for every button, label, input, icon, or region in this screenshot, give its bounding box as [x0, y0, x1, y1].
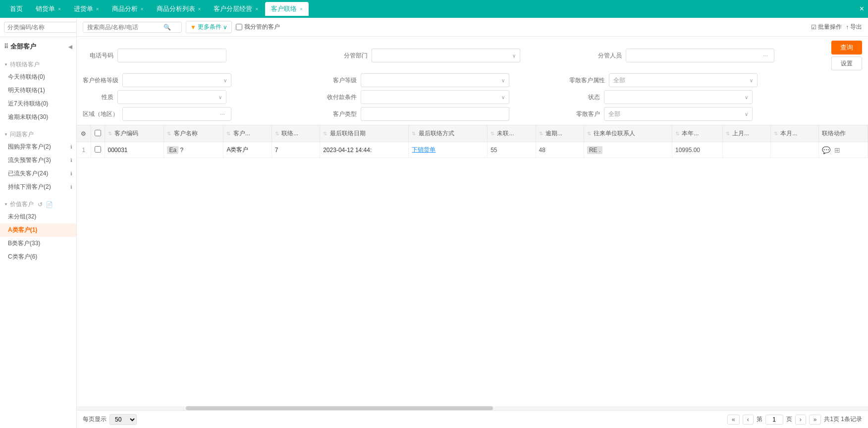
- sort-icon6[interactable]: ⇅: [412, 131, 416, 136]
- nav-tab-product-list-close[interactable]: ×: [198, 6, 201, 12]
- export-button[interactable]: ↑ 导出: [846, 23, 862, 31]
- horizontal-scrollbar-thumb[interactable]: [186, 406, 493, 410]
- sidebar-item-ungrouped[interactable]: 未分组(32): [0, 210, 76, 223]
- row-checkbox[interactable]: [95, 146, 101, 153]
- nav-tab-customer-layer-close[interactable]: ×: [255, 6, 258, 12]
- settings-icon[interactable]: ⚙: [81, 130, 86, 137]
- area-dots-icon[interactable]: ···: [218, 110, 227, 117]
- sidebar-item-week-contact[interactable]: 近7天待联络(0): [0, 97, 76, 110]
- col-customer-name: ⇅ 客户名称: [164, 125, 223, 142]
- contact-person-badge: RE .: [587, 146, 602, 154]
- nav-tab-customer-contact-close[interactable]: ×: [300, 6, 303, 12]
- horizontal-scrollbar[interactable]: [77, 406, 868, 410]
- payment-select[interactable]: ∨: [361, 90, 509, 104]
- sort-icon3[interactable]: ⇅: [226, 131, 230, 136]
- value-customer-group-label[interactable]: ▼ 价值客户 ↺ 📄: [0, 198, 76, 210]
- sidebar-item-declining[interactable]: 持续下滑客户(2) ℹ: [0, 180, 76, 194]
- row-checkbox-cell[interactable]: [91, 142, 105, 158]
- info-icon4: ℹ: [70, 184, 72, 190]
- collapse-icon[interactable]: ◀: [68, 44, 72, 50]
- sidebar-item-b-class[interactable]: B类客户(33): [0, 237, 76, 250]
- sort-icon11[interactable]: ⇅: [726, 131, 730, 136]
- sidebar-item-churn-warning[interactable]: 流失预警客户(3) ℹ: [0, 154, 76, 167]
- customer-type-select[interactable]: [361, 107, 509, 121]
- my-customer-checkbox[interactable]: [236, 24, 242, 30]
- sidebar-item-a-class[interactable]: A类客户(1): [0, 223, 76, 237]
- nav-tab-sales-close[interactable]: ×: [58, 6, 61, 12]
- sort-icon4[interactable]: ⇅: [275, 131, 279, 136]
- nav-tab-home[interactable]: 首页: [4, 2, 29, 16]
- phone-input[interactable]: [117, 49, 226, 62]
- more-filter-button[interactable]: ▼ 更多条件 ∨: [186, 21, 232, 33]
- setting-button[interactable]: 设置: [831, 56, 862, 70]
- annual-amount-cell: 10995.00: [672, 142, 722, 158]
- price-level-select[interactable]: ∨: [122, 73, 231, 87]
- sort-icon7[interactable]: ⇅: [490, 131, 494, 136]
- triangle-icon: ▼: [4, 62, 8, 67]
- last-page-button[interactable]: »: [809, 415, 821, 425]
- qrcode-icon[interactable]: ⊞: [834, 146, 840, 154]
- col-checkbox[interactable]: [91, 125, 105, 142]
- status-select[interactable]: ∨: [604, 90, 753, 104]
- page-number-input[interactable]: [765, 415, 783, 425]
- sidebar-item-hoarding[interactable]: 囤购异常客户(2) ℹ: [0, 140, 76, 154]
- nature-select[interactable]: ∨: [117, 90, 226, 104]
- last-contact-method-cell[interactable]: 下销货单: [409, 142, 488, 158]
- sort-icon[interactable]: ⇅: [108, 131, 112, 136]
- price-level-field: 客户价格等级 ∨: [83, 73, 306, 87]
- toolbar-search-input[interactable]: [87, 24, 162, 31]
- nav-tab-sales[interactable]: 销货单 ×: [30, 2, 67, 16]
- sort-icon10[interactable]: ⇅: [675, 131, 679, 136]
- this-month-cell: [771, 142, 819, 158]
- dept-select[interactable]: ∨: [372, 49, 520, 62]
- area-label: 区域（地区）: [83, 110, 122, 118]
- retail-customer-select[interactable]: 全部 ∨: [604, 107, 753, 121]
- sort-icon5[interactable]: ⇅: [323, 131, 327, 136]
- sidebar-search-input[interactable]: [4, 22, 77, 33]
- sidebar-search-area: 🔍: [0, 18, 76, 37]
- per-page-select[interactable]: 50 100 200: [109, 414, 137, 425]
- nav-tab-purchase[interactable]: 进货单 ×: [68, 2, 105, 16]
- batch-operation-button[interactable]: ☑ 批量操作: [811, 23, 842, 31]
- sidebar-item-overdue-contact[interactable]: 逾期未联络(30): [0, 110, 76, 124]
- sidebar-item-tomorrow-contact[interactable]: 明天待联络(1): [0, 84, 76, 97]
- nav-tab-product-analysis[interactable]: 商品分析 ×: [106, 2, 150, 16]
- toolbar-search-icon[interactable]: 🔍: [163, 24, 171, 31]
- nav-tab-product-analysis-close[interactable]: ×: [141, 6, 144, 12]
- area-select[interactable]: ···: [122, 107, 231, 121]
- nav-tab-customer-contact[interactable]: 客户联络 ×: [265, 2, 309, 16]
- col-last-month: ⇅ 上月...: [722, 125, 770, 142]
- nav-tab-purchase-close[interactable]: ×: [96, 6, 99, 12]
- sort-icon2[interactable]: ⇅: [167, 131, 171, 136]
- refresh-icon[interactable]: ↺: [38, 201, 43, 208]
- prev-page-button[interactable]: ‹: [743, 415, 754, 425]
- customer-level-field: 客户等级 ∨: [326, 73, 549, 87]
- first-page-button[interactable]: «: [727, 415, 740, 425]
- problem-customer-group-label[interactable]: ▼ 问题客户: [0, 128, 76, 140]
- select-all-checkbox[interactable]: [95, 130, 101, 136]
- sort-icon8[interactable]: ⇅: [539, 131, 543, 136]
- all-customers-header[interactable]: ⠿ 全部客户 ◀: [0, 39, 76, 54]
- person-select[interactable]: ···: [626, 49, 774, 62]
- sort-icon12[interactable]: ⇅: [774, 131, 778, 136]
- my-customer-checkbox-area[interactable]: 我分管的客户: [236, 23, 280, 31]
- contact-method-link[interactable]: 下销货单: [412, 146, 435, 153]
- sidebar-item-churned[interactable]: 已流失客户(24) ℹ: [0, 167, 76, 180]
- query-button[interactable]: 查询: [831, 41, 862, 54]
- col-settings[interactable]: ⚙: [77, 125, 91, 142]
- sidebar-item-c-class[interactable]: C类客户(6): [0, 250, 76, 264]
- customer-level-select[interactable]: ∨: [361, 73, 509, 87]
- retail-customer-field: 零散客户 全部 ∨: [569, 107, 793, 121]
- sort-icon9[interactable]: ⇅: [587, 131, 591, 136]
- retail-attr-select[interactable]: 全部 ∨: [609, 73, 758, 87]
- nav-tab-customer-layer[interactable]: 客户分层经营 ×: [208, 2, 264, 16]
- nav-tab-product-list[interactable]: 商品分析列表 ×: [151, 2, 207, 16]
- close-all-tabs-button[interactable]: ×: [860, 4, 864, 13]
- next-page-button[interactable]: ›: [795, 415, 806, 425]
- add-group-icon[interactable]: 📄: [46, 201, 53, 208]
- person-more-icon[interactable]: ···: [761, 52, 770, 59]
- sidebar-item-today-contact[interactable]: 今天待联络(0): [0, 70, 76, 84]
- pending-contact-group-label[interactable]: ▼ 待联络客户: [0, 58, 76, 70]
- customer-code-cell: 000031: [105, 142, 164, 158]
- message-icon[interactable]: 💬: [822, 146, 830, 154]
